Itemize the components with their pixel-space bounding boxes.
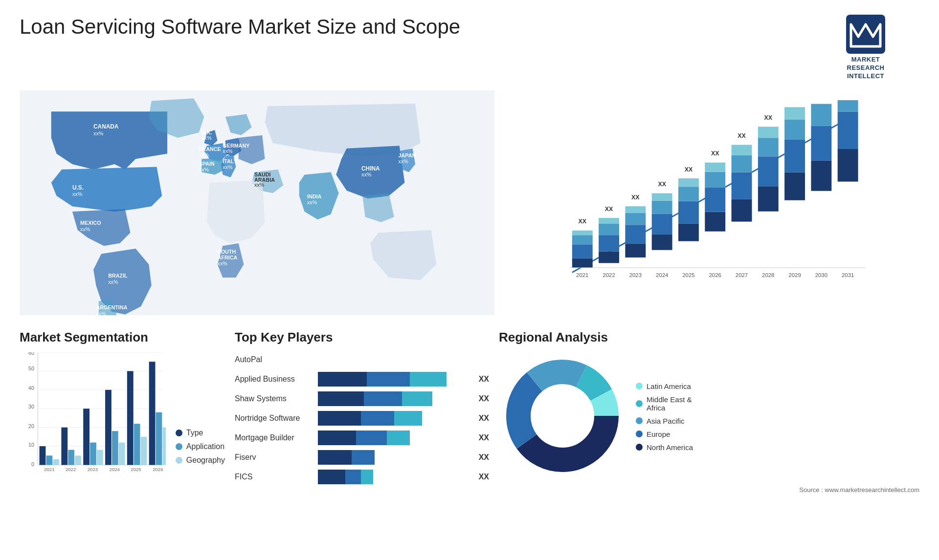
svg-text:XX: XX [711, 150, 719, 157]
svg-text:0: 0 [31, 461, 34, 467]
svg-rect-135 [134, 424, 140, 465]
player-row: Shaw Systems XX [235, 391, 489, 406]
svg-rect-127 [90, 442, 96, 465]
reg-legend-mea: Middle East &Africa [636, 395, 693, 412]
svg-text:2025: 2025 [131, 467, 141, 472]
svg-rect-68 [705, 212, 725, 231]
seg-bars: 0 10 20 30 40 50 60 [20, 352, 166, 479]
reg-label-latin: Latin America [647, 382, 691, 390]
reg-legend-northamerica: North America [636, 443, 693, 452]
svg-rect-134 [127, 371, 134, 465]
donut-area: Latin America Middle East &Africa Asia P… [499, 352, 919, 481]
svg-rect-44 [599, 251, 619, 263]
svg-text:2021: 2021 [44, 467, 54, 472]
reg-dot-latin [636, 383, 643, 389]
svg-text:ARGENTINA: ARGENTINA [96, 304, 127, 310]
regional-legend: Latin America Middle East &Africa Asia P… [636, 382, 693, 452]
player-xx-fics: XX [479, 473, 489, 481]
player-bar-nortridge [318, 411, 471, 426]
svg-rect-139 [156, 412, 162, 465]
svg-rect-130 [105, 390, 112, 465]
seg-legend: Type Application Geography [176, 429, 225, 479]
svg-text:BRAZIL: BRAZIL [108, 273, 128, 279]
player-name-shaw: Shaw Systems [235, 394, 313, 403]
player-xx-shaw: XX [479, 394, 489, 403]
svg-rect-51 [625, 225, 646, 243]
svg-text:XX: XX [605, 205, 613, 212]
svg-text:2024: 2024 [656, 272, 669, 278]
player-row: Fiserv XX [235, 450, 489, 465]
player-xx-nortridge: XX [479, 414, 489, 423]
player-bar-mortgage [318, 431, 471, 445]
legend-dot-geography [176, 457, 182, 464]
svg-rect-74 [731, 199, 752, 222]
player-bar-autopal [318, 352, 489, 367]
legend-label-geography: Geography [186, 456, 225, 465]
svg-rect-124 [75, 455, 81, 465]
reg-dot-northamerica [636, 444, 643, 451]
svg-rect-131 [112, 431, 118, 465]
svg-rect-88 [784, 120, 805, 140]
svg-rect-64 [678, 187, 699, 201]
reg-label-asia: Asia Pacific [647, 417, 685, 425]
svg-text:SPAIN: SPAIN [199, 161, 215, 167]
reg-dot-asia [636, 417, 643, 424]
svg-text:xx%: xx% [96, 310, 106, 315]
svg-text:CANADA: CANADA [93, 123, 119, 129]
svg-rect-65 [678, 178, 699, 187]
svg-text:XX: XX [791, 100, 799, 102]
svg-rect-71 [705, 162, 725, 172]
svg-text:xx%: xx% [399, 158, 409, 164]
player-xx-applied: XX [479, 375, 489, 384]
logo-area: MARKETRESEARCHINTELLECT [812, 15, 919, 81]
reg-legend-asia: Asia Pacific [636, 417, 693, 425]
svg-rect-126 [83, 409, 89, 465]
player-row: Mortgage Builder XX [235, 431, 489, 445]
svg-text:XX: XX [631, 194, 640, 201]
svg-rect-40 [572, 235, 593, 244]
svg-rect-94 [811, 104, 831, 126]
donut-chart [499, 352, 626, 481]
svg-rect-87 [784, 140, 805, 172]
svg-text:xx%: xx% [199, 167, 209, 172]
seg-svg: 0 10 20 30 40 50 60 [20, 352, 166, 488]
svg-text:2030: 2030 [815, 272, 827, 278]
svg-rect-98 [838, 111, 858, 149]
player-xx-fiserv: XX [479, 453, 489, 462]
svg-text:xx%: xx% [108, 279, 118, 285]
svg-text:U.K.: U.K. [201, 129, 212, 135]
reg-dot-mea [636, 400, 643, 407]
svg-rect-89 [784, 107, 805, 120]
seg-chart-area: 0 10 20 30 40 50 60 [20, 352, 225, 479]
svg-text:xx%: xx% [201, 135, 212, 141]
svg-text:JAPAN: JAPAN [399, 152, 416, 158]
svg-text:20: 20 [28, 423, 34, 429]
svg-text:xx%: xx% [218, 260, 228, 266]
svg-rect-63 [678, 201, 699, 223]
bottom-section: Market Segmentation 0 10 20 30 40 50 60 [20, 330, 919, 494]
reg-label-northamerica: North America [647, 443, 693, 452]
svg-rect-83 [758, 127, 779, 138]
svg-rect-136 [141, 437, 147, 465]
svg-rect-86 [784, 172, 805, 200]
player-name-applied: Applied Business [235, 375, 313, 384]
svg-text:2027: 2027 [736, 272, 748, 278]
svg-text:2026: 2026 [709, 272, 721, 278]
svg-text:U.S.: U.S. [72, 184, 84, 191]
svg-rect-132 [119, 442, 125, 465]
svg-rect-39 [572, 244, 593, 258]
player-bar-shaw [318, 391, 471, 406]
svg-rect-53 [625, 206, 646, 213]
legend-dot-type [176, 430, 182, 436]
svg-text:40: 40 [28, 385, 34, 391]
svg-text:XX: XX [658, 181, 666, 188]
legend-dot-application [176, 443, 182, 450]
svg-text:xx%: xx% [361, 172, 372, 177]
svg-rect-50 [625, 243, 646, 258]
donut-svg [499, 352, 626, 479]
player-bar-applied [318, 372, 471, 387]
reg-label-europe: Europe [647, 430, 670, 438]
svg-rect-119 [46, 455, 52, 465]
player-name-nortridge: Nortridge Software [235, 414, 313, 423]
bar-chart-svg: XX 2021 XX 2022 XX [514, 100, 910, 296]
